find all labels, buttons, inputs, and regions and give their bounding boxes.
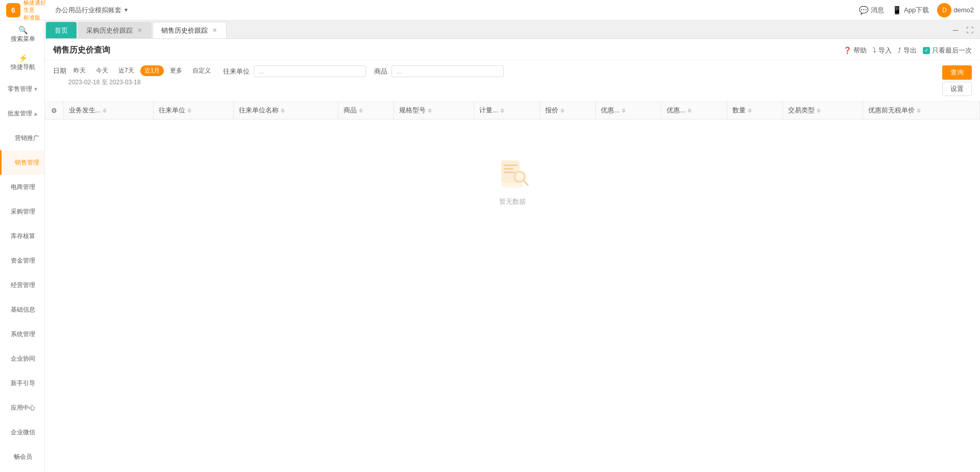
col-discount1[interactable]: 优惠... xyxy=(596,102,662,120)
col-discount2-label: 优惠... xyxy=(667,106,685,115)
sidebar-item-marketing[interactable]: 营销推广 xyxy=(0,126,44,150)
tab-sales-history-close[interactable]: ✕ xyxy=(211,27,218,34)
date-today-btn[interactable]: 今天 xyxy=(92,65,112,76)
col-biz-date[interactable]: 业务发生... xyxy=(63,102,154,120)
sidebar-item-system[interactable]: 系统管理 xyxy=(0,322,44,346)
msg-button[interactable]: 💬 消息 xyxy=(859,6,884,15)
date-last7-btn[interactable]: 近7天 xyxy=(114,65,138,76)
svg-rect-3 xyxy=(503,168,513,170)
goods-input[interactable]: ... xyxy=(391,65,504,77)
gear-icon[interactable]: ⚙ xyxy=(51,107,57,114)
table-header-row: ⚙ 业务发生... 往来单位 xyxy=(45,102,980,120)
col-spec[interactable]: 规格型号 xyxy=(394,102,474,120)
sort-quote[interactable]: 报价 xyxy=(545,106,590,115)
logo-text: 畅捷通好生意标准版 xyxy=(23,0,51,21)
sidebar-item-inventory[interactable]: 库存核算 xyxy=(0,224,44,248)
sort-discount1[interactable]: 优惠... xyxy=(601,106,656,115)
col-goods[interactable]: 商品 xyxy=(338,102,394,120)
sidebar-item-member-label: 畅会员 xyxy=(14,453,32,461)
col-trade-type[interactable]: 交易类型 xyxy=(783,102,863,120)
sort-unit-icon xyxy=(500,108,504,113)
page-title-bar: 销售历史价查询 ❓ 帮助 ⤵ 导入 ⤴ 导出 ✓ xyxy=(45,39,980,60)
sort-goods-icon xyxy=(359,108,363,113)
col-partner-name-label: 往来单位名称 xyxy=(239,106,279,115)
sidebar-item-wholesale-label: 批发管理 xyxy=(8,109,32,118)
tab-maximize-button[interactable]: ⛶ xyxy=(964,24,976,36)
sidebar-item-shortcuts-label: 快捷导航 xyxy=(11,63,35,72)
sidebar-item-wechat[interactable]: 企业微信 xyxy=(0,420,44,444)
col-discount2[interactable]: 优惠... xyxy=(662,102,727,120)
sidebar-item-ecommerce[interactable]: 电商管理 xyxy=(0,175,44,199)
sort-biz-date-icon xyxy=(103,108,107,113)
export-button[interactable]: ⤴ 导出 xyxy=(898,46,917,55)
sidebar-item-search[interactable]: 🔍 搜索菜单 xyxy=(0,20,44,49)
sidebar-item-enterprise[interactable]: 企业协同 xyxy=(0,346,44,371)
sort-trade-type-icon xyxy=(817,108,821,113)
tab-sales-history[interactable]: 销售历史价跟踪 ✕ xyxy=(153,22,227,38)
sidebar-item-operations[interactable]: 经营管理 xyxy=(0,273,44,297)
sidebar-item-wechat-label: 企业微信 xyxy=(11,428,35,437)
date-custom-btn[interactable]: 自定义 xyxy=(188,65,215,76)
sort-quantity-icon xyxy=(748,108,752,113)
sidebar-item-finance[interactable]: 资金管理 xyxy=(0,248,44,273)
help-icon: ❓ xyxy=(843,46,851,54)
app-download-button[interactable]: 📱 App下载 xyxy=(892,6,929,15)
sidebar-item-appstore-label: 应用中心 xyxy=(11,404,35,412)
empty-icon xyxy=(492,150,533,191)
sort-unit[interactable]: 计量... xyxy=(479,106,534,115)
content-area: 首页 采购历史价跟踪 ✕ 销售历史价跟踪 ✕ ─ ⛶ 销售历史价查询 xyxy=(45,20,980,472)
col-quote[interactable]: 报价 xyxy=(540,102,596,120)
sidebar-item-system-label: 系统管理 xyxy=(11,330,35,339)
user-area[interactable]: D demo2 xyxy=(937,3,974,17)
sidebar-item-basic[interactable]: 基础信息 xyxy=(0,297,44,322)
col-partner-code[interactable]: 往来单位 xyxy=(154,102,234,120)
sort-spec[interactable]: 规格型号 xyxy=(399,106,469,115)
col-spec-label: 规格型号 xyxy=(399,106,426,115)
header-center: 办公用品行业模拟账套 ▼ xyxy=(51,6,859,15)
tab-purchase-history-close[interactable]: ✕ xyxy=(136,27,143,34)
tab-purchase-history[interactable]: 采购历史价跟踪 ✕ xyxy=(78,22,152,38)
tab-minimize-button[interactable]: ─ xyxy=(949,24,962,36)
sidebar-item-retail[interactable]: 零售管理 ▼ xyxy=(0,77,44,101)
dropdown-label: 办公用品行业模拟账套 xyxy=(55,6,121,15)
col-quantity[interactable]: 数量 xyxy=(727,102,783,120)
settings-button[interactable]: 设置 xyxy=(942,82,972,96)
page-content: 销售历史价查询 ❓ 帮助 ⤵ 导入 ⤴ 导出 ✓ xyxy=(45,39,980,472)
sort-quantity[interactable]: 数量 xyxy=(732,106,777,115)
msg-icon: 💬 xyxy=(859,6,869,15)
partner-dots: ... xyxy=(258,67,264,75)
sort-no-tax-price[interactable]: 优惠前无税单价 xyxy=(868,106,974,115)
sidebar-item-wholesale[interactable]: 批发管理 ▲ xyxy=(0,101,44,126)
sort-discount2[interactable]: 优惠... xyxy=(667,106,722,115)
sidebar-item-sales[interactable]: 销售管理 xyxy=(0,150,44,175)
only-last-checkbox[interactable]: ✓ 只看最后一次 xyxy=(923,46,972,55)
sort-trade-type[interactable]: 交易类型 xyxy=(788,106,857,115)
partner-input[interactable]: ... xyxy=(254,65,366,77)
sidebar-item-inventory-label: 库存核算 xyxy=(11,232,35,241)
import-button[interactable]: ⤵ 导入 xyxy=(873,46,892,55)
date-last1month-btn[interactable]: 近1月 xyxy=(140,65,164,76)
sort-biz-date[interactable]: 业务发生... xyxy=(69,106,149,115)
col-partner-name[interactable]: 往来单位名称 xyxy=(234,102,338,120)
sort-partner-code[interactable]: 往来单位 xyxy=(159,106,228,115)
sort-partner-name[interactable]: 往来单位名称 xyxy=(239,106,333,115)
date-yesterday-btn[interactable]: 昨天 xyxy=(69,65,90,76)
col-no-tax-price[interactable]: 优惠前无税单价 xyxy=(863,102,979,120)
col-unit[interactable]: 计量... xyxy=(474,102,540,120)
sidebar-item-shortcuts[interactable]: ⚡ 快捷导航 xyxy=(0,49,44,77)
user-label: demo2 xyxy=(953,6,974,14)
date-more-btn[interactable]: 更多 xyxy=(166,65,186,76)
help-button[interactable]: ❓ 帮助 xyxy=(843,46,867,55)
sidebar-item-member[interactable]: 畅会员 xyxy=(0,444,44,469)
header-dropdown[interactable]: 办公用品行业模拟账套 ▼ xyxy=(55,6,129,15)
tab-home[interactable]: 首页 xyxy=(46,22,77,38)
sidebar-item-purchase[interactable]: 采购管理 xyxy=(0,199,44,224)
sidebar-item-appstore[interactable]: 应用中心 xyxy=(0,395,44,420)
export-label: 导出 xyxy=(903,46,917,55)
sidebar-item-guide[interactable]: 新手引导 xyxy=(0,371,44,395)
main-layout: 🔍 搜索菜单 ⚡ 快捷导航 零售管理 ▼ 批发管理 ▲ 营销推广 销售管理 电商… xyxy=(0,20,980,472)
query-button[interactable]: 查询 xyxy=(942,65,972,80)
sidebar-item-purchase-label: 采购管理 xyxy=(11,207,35,216)
page-title: 销售历史价查询 xyxy=(53,45,110,56)
sort-goods[interactable]: 商品 xyxy=(344,106,388,115)
